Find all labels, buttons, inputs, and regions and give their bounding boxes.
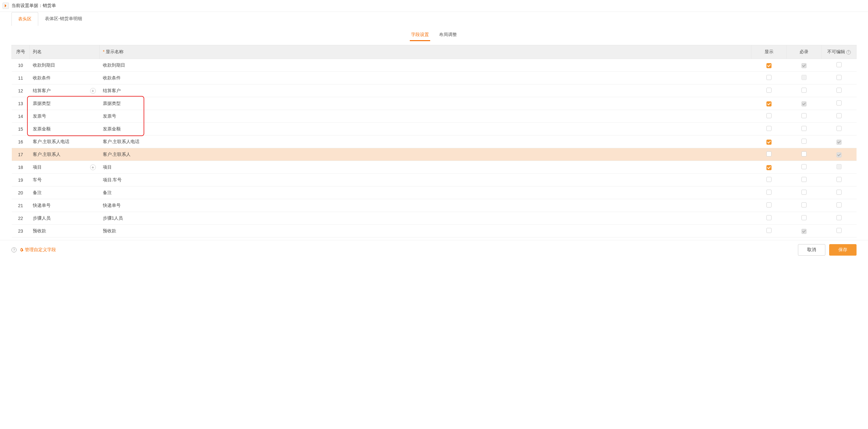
show-checkbox[interactable] bbox=[767, 88, 772, 93]
noedit-checkbox[interactable] bbox=[836, 177, 842, 182]
chevron-right-icon bbox=[4, 4, 7, 7]
cancel-button[interactable]: 取消 bbox=[798, 244, 825, 256]
header-bar: 当前设置单据： 销货单 bbox=[0, 0, 868, 12]
footer: ? 管理自定义字段 取消 保存 bbox=[0, 240, 868, 259]
cell-seq: 22 bbox=[12, 212, 30, 225]
noedit-checkbox[interactable] bbox=[836, 202, 842, 207]
cell-col-name: 车号 bbox=[30, 174, 100, 187]
required-checkbox[interactable] bbox=[802, 126, 807, 131]
show-checkbox[interactable] bbox=[767, 126, 772, 131]
noedit-checkbox[interactable] bbox=[836, 101, 842, 106]
required-checkbox bbox=[802, 75, 807, 80]
cell-seq: 16 bbox=[12, 136, 30, 148]
cell-display-name[interactable]: 预收款 bbox=[100, 225, 751, 237]
show-checkbox[interactable] bbox=[767, 215, 772, 220]
cell-seq: 21 bbox=[12, 199, 30, 212]
header-title-prefix: 当前设置单据： bbox=[11, 3, 43, 9]
question-icon[interactable]: ? bbox=[11, 247, 17, 252]
manage-custom-fields-link[interactable]: 管理自定义字段 bbox=[19, 247, 56, 253]
show-checkbox[interactable] bbox=[767, 190, 772, 195]
required-checkbox[interactable] bbox=[802, 190, 807, 195]
cell-noedit bbox=[822, 225, 857, 237]
table-row: 21快递单号快递单号 bbox=[12, 199, 857, 212]
show-checkbox[interactable] bbox=[767, 63, 772, 68]
tab-header-area[interactable]: 表头区 bbox=[11, 12, 38, 26]
cell-display-name[interactable]: 票据类型 bbox=[100, 97, 751, 110]
cell-display-name[interactable]: 项目 bbox=[100, 161, 751, 174]
noedit-checkbox[interactable] bbox=[836, 190, 842, 195]
cell-required bbox=[786, 59, 822, 72]
show-checkbox[interactable] bbox=[767, 228, 772, 233]
show-checkbox[interactable] bbox=[767, 177, 772, 182]
table-row: 19车号项目.车号 bbox=[12, 174, 857, 187]
cell-noedit bbox=[822, 136, 857, 148]
cell-show bbox=[751, 59, 786, 72]
tab-body-area[interactable]: 表体区-销货单明细 bbox=[38, 12, 89, 26]
cell-display-name[interactable]: 发票金额 bbox=[100, 123, 751, 136]
help-icon[interactable]: ? bbox=[846, 50, 851, 55]
sub-tab-field-settings[interactable]: 字段设置 bbox=[410, 29, 430, 41]
cell-seq: 17 bbox=[12, 148, 30, 161]
cell-col-name: 快递单号 bbox=[30, 199, 100, 212]
noedit-checkbox[interactable] bbox=[836, 215, 842, 220]
cell-seq: 20 bbox=[12, 187, 30, 199]
required-checkbox[interactable] bbox=[802, 164, 807, 169]
gear-icon bbox=[19, 248, 24, 252]
cell-display-name[interactable]: 快递单号 bbox=[100, 199, 751, 212]
required-checkbox[interactable] bbox=[802, 88, 807, 93]
noedit-checkbox[interactable] bbox=[836, 126, 842, 131]
show-checkbox[interactable] bbox=[767, 102, 772, 107]
collapse-toggle[interactable] bbox=[3, 3, 9, 9]
save-button[interactable]: 保存 bbox=[829, 244, 857, 256]
cell-display-name[interactable]: 步骤1人员 bbox=[100, 212, 751, 225]
cell-display-name[interactable]: 发票号 bbox=[100, 110, 751, 123]
required-checkbox[interactable] bbox=[802, 151, 807, 156]
noedit-checkbox[interactable] bbox=[836, 113, 842, 118]
cell-noedit bbox=[822, 72, 857, 84]
cell-display-name[interactable]: 收款条件 bbox=[100, 72, 751, 84]
show-checkbox[interactable] bbox=[767, 75, 772, 80]
cell-required bbox=[786, 123, 822, 136]
noedit-checkbox[interactable] bbox=[836, 88, 842, 93]
cell-seq: 15 bbox=[12, 123, 30, 136]
show-checkbox[interactable] bbox=[767, 202, 772, 207]
plus-icon[interactable]: + bbox=[90, 165, 96, 170]
cell-display-name[interactable]: 结算客户 bbox=[100, 84, 751, 97]
table-wrap: 序号 列名 *显示名称 显示 必录 不可编辑? 10收款到期日收款到期日11收款… bbox=[0, 45, 868, 237]
cell-show bbox=[751, 212, 786, 225]
cell-display-name[interactable]: 收款到期日 bbox=[100, 59, 751, 72]
table-row: 18项目+项目 bbox=[12, 161, 857, 174]
cell-display-name[interactable]: 客户.主联系人电话 bbox=[100, 136, 751, 148]
cell-col-name: 收款条件 bbox=[30, 72, 100, 84]
required-star-icon: * bbox=[103, 49, 104, 54]
sub-tab-layout-adjust[interactable]: 布局调整 bbox=[438, 29, 458, 41]
cell-display-name[interactable]: 客户.主联系人 bbox=[100, 148, 751, 161]
plus-icon[interactable]: + bbox=[90, 88, 96, 94]
cell-noedit bbox=[822, 187, 857, 199]
noedit-checkbox[interactable] bbox=[836, 75, 842, 80]
cell-seq: 11 bbox=[12, 72, 30, 84]
show-checkbox[interactable] bbox=[767, 151, 772, 156]
required-checkbox[interactable] bbox=[802, 215, 807, 220]
table-row: 23预收款预收款 bbox=[12, 225, 857, 237]
show-checkbox[interactable] bbox=[767, 165, 772, 170]
show-checkbox[interactable] bbox=[767, 113, 772, 118]
required-checkbox[interactable] bbox=[802, 202, 807, 207]
show-checkbox[interactable] bbox=[767, 140, 772, 145]
noedit-checkbox[interactable] bbox=[836, 62, 842, 67]
table-row: 20备注备注 bbox=[12, 187, 857, 199]
required-checkbox[interactable] bbox=[802, 113, 807, 118]
cell-required bbox=[786, 72, 822, 84]
cell-required bbox=[786, 97, 822, 110]
cell-required bbox=[786, 136, 822, 148]
cell-display-name[interactable]: 备注 bbox=[100, 187, 751, 199]
cell-display-name[interactable]: 项目.车号 bbox=[100, 174, 751, 187]
cell-col-name: 客户.主联系人 bbox=[30, 148, 100, 161]
table-row: 14发票号发票号 bbox=[12, 110, 857, 123]
cell-required bbox=[786, 187, 822, 199]
required-checkbox[interactable] bbox=[802, 139, 807, 144]
noedit-checkbox bbox=[836, 152, 842, 158]
required-checkbox[interactable] bbox=[802, 177, 807, 182]
noedit-checkbox[interactable] bbox=[836, 228, 842, 233]
cell-required bbox=[786, 225, 822, 237]
